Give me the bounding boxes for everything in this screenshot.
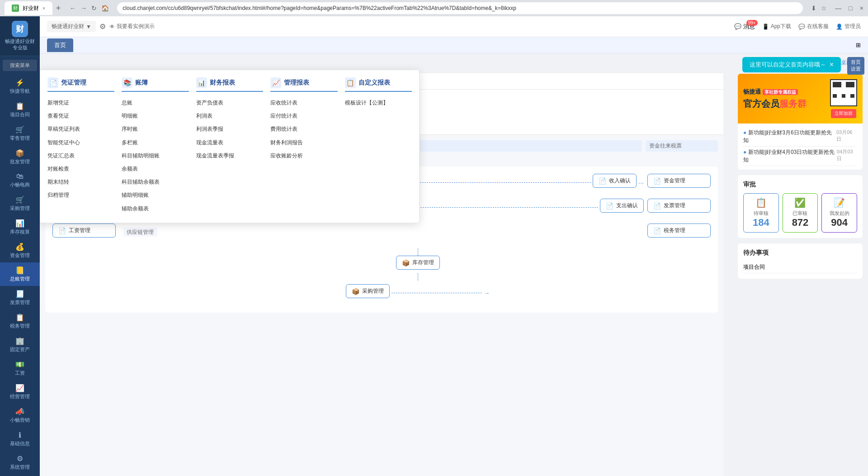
purchase-mgmt-box[interactable]: 📦 采购管理 [346,284,390,298]
download-icon[interactable]: ⬇ [811,5,816,12]
app-download-button[interactable]: 📱 App下载 [762,23,791,30]
sidebar-item-retail[interactable]: 🛒 零售管理 [0,122,40,145]
bookmark-icon[interactable]: ☆ [821,5,827,12]
sidebar-item-invoice[interactable]: 🧾 发票管理 [0,286,40,309]
sidebar-item-payroll[interactable]: 💵 工资 [0,357,40,380]
menu-item-cash-flow[interactable]: 现金流量表 [196,136,263,149]
menu-item-balance-sheet[interactable]: 资产负债表 [196,96,263,109]
menu-item-expense-stats[interactable]: 费用统计表 [270,123,337,136]
online-service-button[interactable]: 💬 在线客服 [798,23,829,30]
menu-item-add-voucher[interactable]: 新增凭证 [47,96,114,109]
demo-button[interactable]: 👁 我要看实例演示 [109,23,155,30]
homepage-settings-button[interactable]: 首页设置 [847,57,864,75]
address-bar[interactable]: cloud.chanjet.com/cc/u6d89qwnryel/57bfsk… [117,2,803,14]
back-button[interactable]: ← [70,5,76,12]
menu-item-profit-report[interactable]: 财务利润报告 [270,136,337,149]
news-item-2[interactable]: ●新功能|好业财4月03日功能更新抢先知 04月03日 [743,147,857,166]
new-tab-button[interactable]: + [54,4,63,13]
financial-report-section-label: 财务报表 [210,79,235,87]
menu-item-aux-detail[interactable]: 辅助明细账 [122,189,189,202]
todo-item-1[interactable]: 项目合同 [743,262,857,273]
approval-item-approved[interactable]: ✅ 已审核 872 [783,193,818,233]
sidebar-item-inventory[interactable]: 📊 库存核算 [0,215,40,239]
forward-button[interactable]: → [80,5,87,12]
window-controls: — □ × [835,5,863,12]
sidebar-label-ecommerce: 小畅电商 [10,181,30,188]
sidebar-item-system[interactable]: ⚙ 系统管理 [0,451,40,474]
tooltip-close-button[interactable]: × [830,61,834,69]
menu-item-balance-table[interactable]: 余额表 [122,162,189,176]
invoice-mgmt-box[interactable]: 📄 发票管理 [647,199,711,213]
menu-item-income-statement[interactable]: 利润表 [196,109,263,123]
menu-item-voucher-summary[interactable]: 凭证汇总表 [47,149,114,162]
menu-item-quarterly-cash-flow[interactable]: 现金流量表季报 [196,149,263,162]
sidebar-item-fixed-assets[interactable]: 🏢 固定资产 [0,333,40,357]
menu-item-template-design[interactable]: 模板设计【公测】 [345,96,412,109]
sidebar-item-wholesale[interactable]: 📦 批发管理 [0,145,40,169]
refresh-button[interactable]: ↻ [91,5,97,12]
sidebar-search[interactable]: 搜索菜单 [0,56,40,75]
menu-item-receivable-age[interactable]: 应收账龄分析 [270,149,337,162]
fixed-assets-icon: 🏢 [15,337,24,345]
news-item-1[interactable]: ●新功能|好业财3月6日功能更新抢先知 03月06日 [743,127,857,147]
capital-section-label: 资金往来税票 [646,140,718,152]
sidebar-label-shortcut: 快捷导航 [10,88,30,95]
topbar-settings-icon[interactable]: ⚙ [99,22,106,31]
menu-item-reconcile[interactable]: 对账检查 [47,162,114,176]
approval-item-initiated[interactable]: 📝 我发起的 904 [821,193,857,233]
menu-item-detail-ledger[interactable]: 明细账 [122,109,189,123]
menu-item-archive[interactable]: 归档管理 [47,189,114,202]
menu-item-subject-detail[interactable]: 科目辅助明细账 [122,149,189,162]
menu-item-period-transfer[interactable]: 期末结转 [47,176,114,189]
menu-item-view-voucher[interactable]: 查看凭证 [47,109,114,123]
search-menu-button[interactable]: 搜索菜单 [3,60,37,71]
sidebar-item-finance[interactable]: 💰 资金管理 [0,239,40,262]
menu-item-smart-voucher[interactable]: 智能凭证中心 [47,136,114,149]
sidebar-item-ecommerce[interactable]: 🛍 小畅电商 [0,169,40,192]
join-group-button[interactable]: 立即加群 [831,109,856,118]
sidebar-item-tax[interactable]: 📋 税务管理 [0,309,40,333]
logo-icon: 财 [12,21,28,37]
user-avatar[interactable]: 👤 管理员 [836,23,861,30]
home-button[interactable]: 🏠 [101,5,109,12]
sidebar-item-cooperation[interactable]: 🤝 企业协同 [0,474,40,476]
tax-mgmt-box[interactable]: 📄 税务管理 [647,224,711,238]
menu-section-voucher: 📄 凭证管理 新增凭证 查看凭证 草稿凭证列表 智能凭证中心 凭证汇总表 对账检… [47,77,114,215]
menu-section-ledger: 📚 账簿 总账 明细账 序时账 多栏账 科目辅助明细账 余额表 科目辅助余额表 … [122,77,189,215]
message-button[interactable]: 💬 消息 99+ [734,23,755,31]
active-tab[interactable]: 财 好业财 × [5,1,52,15]
sidebar-item-project-contract[interactable]: 📋 项目合同 [0,98,40,122]
sidebar-item-operations[interactable]: 📈 经营管理 [0,380,40,404]
sidebar-item-general-ledger[interactable]: 📒 总账管理 [0,262,40,286]
news-text-1: 新功能|好业财3月6日功能更新抢先知 [743,129,832,143]
menu-item-payable-stats[interactable]: 应付统计表 [270,109,337,123]
menu-item-receivable-stats[interactable]: 应收统计表 [270,96,337,109]
income-confirm-box[interactable]: 📄 收入确认 [593,174,637,188]
expense-confirm-box[interactable]: 📄 支出确认 [600,199,644,213]
menu-item-general-ledger[interactable]: 总账 [122,96,189,109]
payroll-label: 工资管理 [69,227,90,234]
menu-item-subject-balance[interactable]: 科目辅助余额表 [122,176,189,189]
tab-home[interactable]: 首页 [47,38,73,52]
close-button[interactable]: × [860,5,863,12]
menu-item-multi-column-ledger[interactable]: 多栏账 [122,136,189,149]
tab-close-button[interactable]: × [42,6,45,11]
maximize-button[interactable]: □ [849,5,852,12]
inventory-mgmt-box[interactable]: 📦 库存管理 [396,256,440,270]
capital-mgmt-box[interactable]: 📄 资金管理 [647,174,711,188]
payroll-mgmt-box[interactable]: 📄 工资管理 [52,224,116,238]
menu-item-draft-voucher[interactable]: 草稿凭证列表 [47,123,114,136]
company-select[interactable]: 畅捷通好业财 ▼ [47,21,96,32]
sidebar-item-marketing[interactable]: 📣 小畅营销 [0,404,40,427]
sidebar-item-purchase[interactable]: 🛒 采购管理 [0,192,40,215]
sidebar-label-retail: 零售管理 [10,135,30,142]
sidebar-label-tax: 税务管理 [10,323,30,329]
sidebar-item-shortcut[interactable]: ⚡ 快捷导航 [0,75,40,98]
expand-icon[interactable]: ⊞ [856,42,861,48]
approval-item-pending[interactable]: 📋 待审核 184 [743,193,779,233]
sidebar-item-basic-info[interactable]: ℹ 基础信息 [0,427,40,451]
minimize-button[interactable]: — [835,5,841,12]
menu-item-quarterly-income[interactable]: 利润表季报 [196,123,263,136]
menu-item-aux-balance[interactable]: 辅助余额表 [122,202,189,215]
menu-item-sequential-ledger[interactable]: 序时账 [122,123,189,136]
